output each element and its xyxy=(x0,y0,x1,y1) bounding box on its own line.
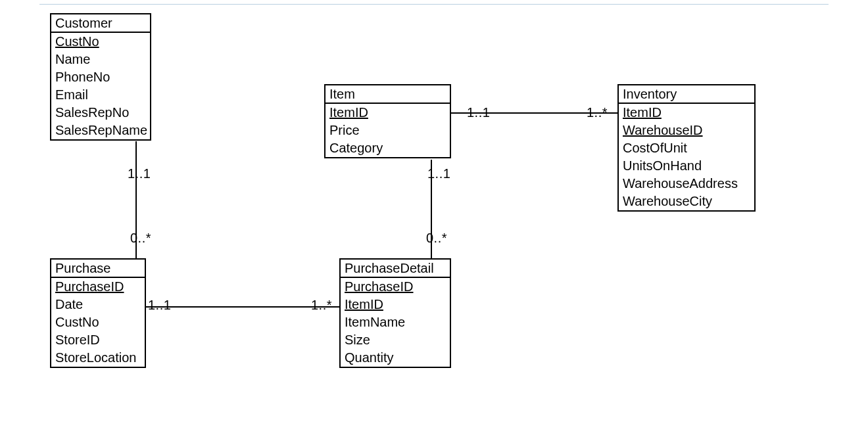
multiplicity-label: 1..1 xyxy=(128,166,151,181)
entity-attrs: ItemID Price Category xyxy=(326,104,450,157)
entity-attrs: CustNo Name PhoneNo Email SalesRepNo Sal… xyxy=(51,33,150,139)
entity-title: PurchaseDetail xyxy=(341,260,450,278)
attr: Price xyxy=(326,122,450,139)
multiplicity-label: 0..* xyxy=(130,231,151,245)
entity-attrs: PurchaseID Date CustNo StoreID StoreLoca… xyxy=(51,278,145,367)
attr: ItemName xyxy=(341,313,450,331)
attr-key: CustNo xyxy=(51,33,150,51)
attr: UnitsOnHand xyxy=(619,157,754,175)
multiplicity-label: 1..1 xyxy=(427,166,450,181)
attr-key: PurchaseID xyxy=(51,278,145,296)
entity-customer: Customer CustNo Name PhoneNo Email Sales… xyxy=(50,13,151,141)
attr: Category xyxy=(326,139,450,157)
attr-key: ItemID xyxy=(341,296,450,313)
entity-inventory: Inventory ItemID WarehouseID CostOfUnit … xyxy=(617,84,756,212)
attr: WarehouseAddress xyxy=(619,175,754,193)
multiplicity-label: 0..* xyxy=(426,231,447,245)
multiplicity-label: 1..1 xyxy=(467,105,490,120)
attr: WarehouseCity xyxy=(619,193,754,210)
entity-purchasedetail: PurchaseDetail PurchaseID ItemID ItemNam… xyxy=(339,258,451,368)
entity-title: Inventory xyxy=(619,85,754,104)
entity-attrs: PurchaseID ItemID ItemName Size Quantity xyxy=(341,278,450,367)
entity-purchase: Purchase PurchaseID Date CustNo StoreID … xyxy=(50,258,146,368)
entity-item: Item ItemID Price Category xyxy=(324,84,451,158)
multiplicity-label: 1..* xyxy=(311,298,332,312)
page-top-rule xyxy=(39,4,829,5)
entity-attrs: ItemID WarehouseID CostOfUnit UnitsOnHan… xyxy=(619,104,754,210)
attr: SalesRepNo xyxy=(51,104,150,122)
attr: Name xyxy=(51,51,150,68)
attr-key: ItemID xyxy=(326,104,450,122)
attr-key: ItemID xyxy=(619,104,754,122)
attr-key: WarehouseID xyxy=(619,122,754,139)
attr: CustNo xyxy=(51,313,145,331)
multiplicity-label: 1..1 xyxy=(148,298,171,312)
attr: CostOfUnit xyxy=(619,139,754,157)
diagram-canvas: Customer CustNo Name PhoneNo Email Sales… xyxy=(0,0,868,437)
attr: StoreLocation xyxy=(51,349,145,367)
attr: Quantity xyxy=(341,349,450,367)
attr: Email xyxy=(51,86,150,104)
attr: Date xyxy=(51,296,145,313)
attr-key: PurchaseID xyxy=(341,278,450,296)
attr: Size xyxy=(341,331,450,349)
connector-purchase-purchasedetail xyxy=(146,306,339,308)
entity-title: Item xyxy=(326,85,450,104)
attr: PhoneNo xyxy=(51,68,150,86)
entity-title: Customer xyxy=(51,14,150,33)
multiplicity-label: 1..* xyxy=(587,105,608,120)
attr: SalesRepName xyxy=(51,122,150,139)
attr: StoreID xyxy=(51,331,145,349)
entity-title: Purchase xyxy=(51,260,145,278)
